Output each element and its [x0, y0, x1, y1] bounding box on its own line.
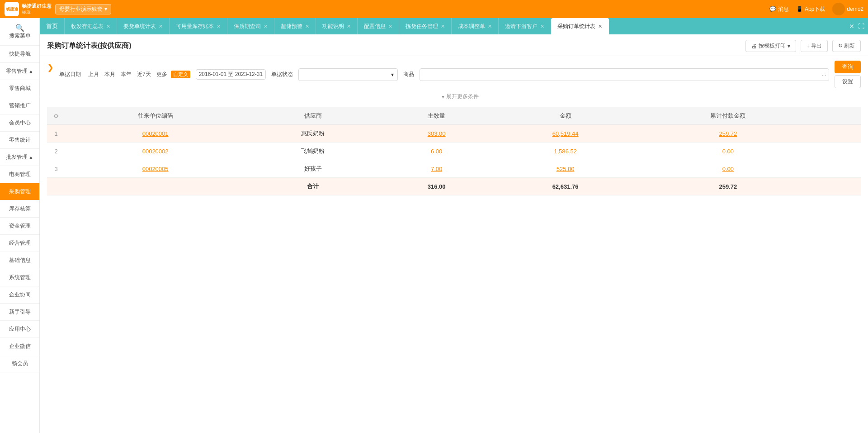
query-button[interactable]: 查询: [835, 61, 861, 73]
goods-input-more-icon[interactable]: ···: [821, 71, 826, 78]
tab-picking-task[interactable]: 拣货任务管理 ✕: [399, 18, 452, 34]
settings-button[interactable]: 设置: [835, 75, 861, 88]
tab-invite-downstream-label: 邀请下游客户: [505, 23, 538, 30]
page-header: 采购订单统计表(按供应商) 🖨 按模板打印 ▾ ↓ 导出 ↻: [40, 34, 868, 56]
sidebar-item-inventory[interactable]: 库存核算: [0, 200, 39, 218]
filter-area: ❯ 单据日期 上月 本月 本年 近7天 更多 自定义: [40, 56, 868, 107]
tab-config-info-close[interactable]: ✕: [388, 24, 392, 29]
tab-expiry-query-close[interactable]: ✕: [264, 24, 268, 29]
sidebar-retail-mgmt-label: 零售管理: [6, 67, 28, 75]
tab-goods-stats[interactable]: 要货单统计表 ✕: [117, 18, 170, 34]
sidebar-item-search[interactable]: 🔍 搜索菜单: [0, 18, 39, 46]
tab-overstock-warning-close[interactable]: ✕: [305, 24, 309, 29]
shortcut-more[interactable]: 更多: [155, 70, 169, 79]
tab-receive-summary-close[interactable]: ✕: [106, 24, 110, 29]
sidebar-item-enterprise-coop[interactable]: 企业协同: [0, 286, 39, 304]
status-select[interactable]: ▾: [298, 68, 398, 81]
account-dropdown[interactable]: 母婴行业演示账套 ▾: [55, 4, 111, 14]
row-2-unit-code[interactable]: 00020002: [65, 143, 245, 160]
sidebar-item-ecommerce-mgmt[interactable]: 电商管理: [0, 166, 39, 183]
sidebar-item-member-center[interactable]: 会员中心: [0, 114, 39, 132]
data-table: ⚙ 往来单位编码 供应商 主数量 金额 累计付款金额 1: [47, 107, 861, 195]
expand-conditions-button[interactable]: ▾ 展开更多条件: [442, 93, 479, 100]
row-2-quantity[interactable]: 6.00: [380, 143, 493, 160]
date-shortcuts: 上月 本月 本年 近7天 更多 自定义: [86, 70, 190, 79]
sidebar-item-finance[interactable]: 资金管理: [0, 218, 39, 235]
sidebar-item-system-mgmt[interactable]: 系统管理: [0, 269, 39, 286]
tab-bar-close-btn[interactable]: ✕: [849, 23, 854, 30]
row-3-unit-code[interactable]: 00020005: [65, 160, 245, 178]
user-area[interactable]: demo2: [832, 3, 863, 15]
tab-available-inventory-close[interactable]: ✕: [217, 24, 221, 29]
sidebar-item-enterprise-wechat[interactable]: 企业微信: [0, 338, 39, 355]
tab-purchase-stats[interactable]: 采购订单统计表 ✕: [551, 18, 609, 34]
tab-config-info[interactable]: 配置信息 ✕: [358, 18, 399, 34]
content-area: 首页 收发存汇总表 ✕ 要货单统计表 ✕ 可用量库存账本 ✕ 保质期查询 ✕: [40, 18, 868, 433]
sidebar-item-retail-shop[interactable]: 零售商城: [0, 80, 39, 97]
top-bar: 畅捷通 畅捷通好生意 标版 母婴行业演示账套 ▾ 💬 消息 📱 App下载: [0, 0, 868, 18]
tab-cost-adjust[interactable]: 成本调整单 ✕: [452, 18, 499, 34]
tab-purchase-stats-close[interactable]: ✕: [598, 24, 602, 29]
tab-home[interactable]: 首页: [40, 18, 65, 34]
goods-search-input[interactable]: [420, 68, 829, 81]
tab-function-desc[interactable]: 功能说明 ✕: [316, 18, 358, 34]
th-supplier: 供应商: [245, 107, 380, 125]
tab-invite-downstream-close[interactable]: ✕: [540, 24, 544, 29]
sidebar-item-benefits[interactable]: 畅会员: [0, 355, 39, 372]
row-1-num: 1: [47, 125, 65, 143]
tab-overstock-warning[interactable]: 超储预警 ✕: [274, 18, 316, 34]
shortcut-this-year[interactable]: 本年: [119, 70, 133, 79]
th-settings[interactable]: ⚙: [47, 107, 65, 125]
tab-expiry-query[interactable]: 保质期查询 ✕: [227, 18, 274, 34]
sidebar-item-retail-stats[interactable]: 零售统计: [0, 132, 39, 149]
row-1-quantity[interactable]: 303.00: [380, 125, 493, 143]
sidebar-item-wholesale-mgmt[interactable]: 批发管理 ▲: [0, 149, 39, 166]
filter-collapse-button[interactable]: ❯: [47, 62, 54, 72]
table-footer-row: 合计 316.00 62,631.76 259.72: [47, 178, 861, 195]
sidebar-wholesale-arrow-icon: ▲: [28, 154, 34, 161]
sidebar-item-base-info[interactable]: 基础信息: [0, 252, 39, 269]
sidebar-item-new-guide[interactable]: 新手引导: [0, 304, 39, 321]
sidebar-item-app-center[interactable]: 应用中心: [0, 321, 39, 338]
tab-receive-summary-label: 收发存汇总表: [71, 23, 104, 30]
message-icon: 💬: [769, 6, 776, 12]
row-2-paid-amount[interactable]: 0.00: [638, 143, 818, 160]
tab-bar-restore-btn[interactable]: ⛶: [858, 23, 864, 30]
tab-purchase-stats-label: 采购订单统计表: [557, 23, 595, 30]
app-download-button[interactable]: 📱 App下载: [796, 5, 825, 13]
message-label: 消息: [778, 5, 789, 13]
sidebar-item-quick-nav[interactable]: 快捷导航: [0, 46, 39, 63]
shortcut-this-month[interactable]: 本月: [103, 70, 117, 79]
row-3-quantity[interactable]: 7.00: [380, 160, 493, 178]
row-3-paid-amount[interactable]: 0.00: [638, 160, 818, 178]
shortcut-last-month[interactable]: 上月: [86, 70, 101, 79]
tab-receive-summary[interactable]: 收发存汇总表 ✕: [65, 18, 117, 34]
refresh-button[interactable]: ↻ 刷新: [832, 40, 861, 52]
row-1-paid-amount[interactable]: 259.72: [638, 125, 818, 143]
th-amount: 金额: [493, 107, 637, 125]
tab-picking-task-close[interactable]: ✕: [441, 24, 445, 29]
export-button[interactable]: ↓ 导出: [801, 40, 827, 52]
tab-available-inventory[interactable]: 可用量库存账本 ✕: [170, 18, 227, 34]
tab-goods-stats-close[interactable]: ✕: [159, 24, 163, 29]
shortcut-7-days[interactable]: 近7天: [135, 70, 153, 79]
row-3-amount[interactable]: 525.80: [493, 160, 637, 178]
row-2-amount[interactable]: 1,586.52: [493, 143, 637, 160]
th-paid-amount: 累计付款金额: [638, 107, 818, 125]
footer-empty: [818, 178, 861, 195]
row-1-unit-code[interactable]: 00020001: [65, 125, 245, 143]
date-range-display[interactable]: 2016-01-01 至 2023-12-31: [196, 69, 266, 80]
sidebar-item-retail-mgmt[interactable]: 零售管理 ▲: [0, 63, 39, 80]
tab-cost-adjust-close[interactable]: ✕: [488, 24, 492, 29]
tab-invite-downstream[interactable]: 邀请下游客户 ✕: [499, 18, 551, 34]
template-print-button[interactable]: 🖨 按模板打印 ▾: [745, 40, 796, 52]
row-2-supplier: 飞鹤奶粉: [245, 143, 380, 160]
sidebar-item-operations[interactable]: 经营管理: [0, 235, 39, 252]
user-name: demo2: [847, 6, 863, 12]
message-button[interactable]: 💬 消息: [769, 5, 789, 13]
row-1-amount[interactable]: 60,519.44: [493, 125, 637, 143]
sidebar-item-purchase-mgmt[interactable]: 采购管理: [0, 183, 39, 200]
sidebar-item-marketing[interactable]: 营销推广: [0, 97, 39, 114]
account-label: 母婴行业演示账套: [59, 5, 103, 13]
tab-function-desc-close[interactable]: ✕: [347, 24, 351, 29]
